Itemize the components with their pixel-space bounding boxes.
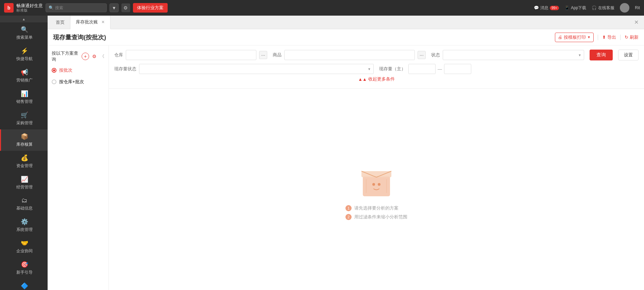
empty-tips: 1 请先选择要分析的方案 2 用过滤条件来缩小分析范围 bbox=[345, 205, 407, 220]
headset-icon: 🎧 bbox=[592, 5, 597, 10]
right-content: 仓库 ··· 商品 ··· bbox=[109, 46, 644, 290]
search-bar[interactable]: 🔍 搜索 bbox=[46, 3, 107, 12]
filter-row-2: 现存量状态 现存量（主） bbox=[114, 64, 639, 74]
chevron-up-icon: ▲▲ bbox=[358, 77, 367, 82]
empty-tip-2: 2 用过滤条件来缩小分析范围 bbox=[345, 214, 407, 220]
quantity-min-input[interactable] bbox=[408, 64, 436, 74]
quantity-max-input[interactable] bbox=[444, 64, 471, 74]
divider2 bbox=[620, 35, 621, 40]
warehouse-input[interactable] bbox=[126, 50, 256, 60]
search-menu-icon: 🔍 bbox=[21, 26, 28, 33]
content-area: 首页 库存批次账 ✕ ✕ 现存量查询(按批次) 🖨 按模板打印 ▼ ⬆ 导出 bbox=[48, 16, 644, 290]
sidebar-item-operations[interactable]: 📈 经营管理 bbox=[0, 172, 48, 194]
sidebar-item-inventory[interactable]: 📦 库存核算 bbox=[0, 129, 48, 151]
template-print-button[interactable]: 🖨 按模板打印 ▼ bbox=[555, 33, 594, 42]
status-field: 状态 bbox=[431, 50, 584, 60]
message-icon: 💬 bbox=[534, 5, 539, 10]
sidebar-item-collab[interactable]: 🤝 企业协同 bbox=[0, 236, 48, 257]
topbar: b 畅康通好生意 标准版 🔍 搜索 ▼ ⚙ 体验行业方案 💬 消息 99+ 📱 … bbox=[0, 0, 644, 16]
refresh-button[interactable]: ↻ 刷新 bbox=[625, 34, 639, 40]
sidebar-item-marketing[interactable]: 📢 营销推广 bbox=[0, 65, 48, 87]
tab-close-button[interactable]: ✕ bbox=[101, 20, 105, 24]
export-button[interactable]: ⬆ 导出 bbox=[602, 34, 616, 40]
collab-icon: 🤝 bbox=[21, 239, 28, 247]
empty-tip-1: 1 请先选择要分析的方案 bbox=[345, 205, 407, 211]
warehouse-more-button[interactable]: ··· bbox=[259, 51, 267, 59]
inventory-quantity-field: 现存量（主） — bbox=[379, 64, 639, 74]
quantity-range: — bbox=[408, 64, 639, 74]
warehouse-label: 仓库 bbox=[114, 52, 123, 58]
inventory-icon: 📦 bbox=[21, 133, 28, 140]
filter-collapse-button[interactable]: 《 bbox=[100, 53, 104, 59]
avatar[interactable] bbox=[620, 3, 629, 13]
finance-icon: 💰 bbox=[21, 154, 28, 162]
marketing-icon: 📢 bbox=[21, 69, 28, 76]
sidebar-item-sales[interactable]: 📊 销售管理 bbox=[0, 87, 48, 108]
app-download-button[interactable]: 📱 App下载 bbox=[564, 5, 586, 11]
status-label: 状态 bbox=[431, 52, 440, 58]
filter-row-1: 仓库 ··· 商品 ··· bbox=[114, 50, 639, 60]
tab-bar: 首页 库存批次账 ✕ ✕ bbox=[48, 16, 644, 29]
filter-panel-actions: + ⚙ bbox=[82, 53, 98, 60]
warehouse-field: 仓库 ··· bbox=[114, 50, 267, 60]
tab-batch[interactable]: 库存批次账 ✕ bbox=[70, 16, 111, 29]
quicknav-icon: ⚡ bbox=[21, 47, 28, 55]
page-close-button[interactable]: ✕ bbox=[631, 19, 641, 25]
sales-icon: 📊 bbox=[21, 90, 28, 97]
inventory-quantity-label: 现存量（主） bbox=[379, 66, 406, 72]
sidebar-item-purchase[interactable]: 🛒 采购管理 bbox=[0, 108, 48, 129]
apps-icon: 🔷 bbox=[21, 282, 28, 290]
topbar-right: 💬 消息 99+ 📱 App下载 🎧 在线客服 Rit bbox=[534, 3, 640, 13]
filter-item-warehouse-batch[interactable]: 按仓库+批次 bbox=[48, 76, 108, 88]
online-service-button[interactable]: 🎧 在线客服 bbox=[592, 5, 614, 11]
scheme-settings-button[interactable]: ⚙ bbox=[90, 53, 98, 60]
basic-icon: 🗂 bbox=[21, 197, 28, 204]
phone-icon: 📱 bbox=[564, 5, 570, 10]
chevron-down-icon: ▼ bbox=[112, 5, 116, 11]
sidebar: ▲ 🔍 搜索菜单 ⚡ 快捷导航 📢 营销推广 📊 销售管理 🛒 采购管理 📦 库… bbox=[0, 16, 48, 290]
add-scheme-button[interactable]: + bbox=[82, 53, 89, 60]
settings-button[interactable]: 设置 bbox=[618, 50, 639, 60]
product-input[interactable] bbox=[284, 50, 415, 60]
empty-state: 1 请先选择要分析的方案 2 用过滤条件来缩小分析范围 bbox=[109, 89, 644, 290]
username: Rit bbox=[635, 5, 640, 10]
topbar-settings-button[interactable]: ⚙ bbox=[121, 3, 130, 12]
trial-button[interactable]: 体验行业方案 bbox=[133, 3, 168, 13]
page-actions: 🖨 按模板打印 ▼ ⬆ 导出 ↻ 刷新 bbox=[555, 33, 639, 42]
sidebar-item-finance[interactable]: 💰 资金管理 bbox=[0, 151, 48, 172]
refresh-icon: ↻ bbox=[625, 35, 628, 40]
sidebar-item-system[interactable]: ⚙️ 系统管理 bbox=[0, 215, 48, 236]
brand: 畅康通好生意 标准版 bbox=[16, 3, 43, 13]
filter-panel: 按以下方案查询 + ⚙ 《 按批次 按仓库+批次 bbox=[48, 46, 109, 290]
collapse-conditions-button[interactable]: ▲▲ 收起更多条件 bbox=[114, 74, 639, 84]
page-header: 现存量查询(按批次) 🖨 按模板打印 ▼ ⬆ 导出 ↻ 刷新 bbox=[48, 29, 644, 46]
filter-item-batch[interactable]: 按批次 bbox=[48, 65, 108, 76]
filter-form: 仓库 ··· 商品 ··· bbox=[109, 46, 644, 89]
sidebar-item-quicknav[interactable]: ⚡ 快捷导航 bbox=[0, 44, 48, 65]
sidebar-item-newguide[interactable]: 🎯 新手引导 bbox=[0, 257, 48, 279]
sidebar-item-search[interactable]: 🔍 搜索菜单 bbox=[0, 22, 48, 44]
operations-icon: 📈 bbox=[21, 176, 28, 183]
status-select-wrap bbox=[443, 50, 584, 60]
sidebar-item-apps[interactable]: 🔷 应用中心 bbox=[0, 279, 48, 290]
tab-home[interactable]: 首页 bbox=[50, 16, 70, 29]
inventory-status-select[interactable] bbox=[139, 64, 374, 74]
chevron-down-icon: ▼ bbox=[587, 35, 591, 39]
search-dropdown[interactable]: ▼ bbox=[109, 3, 119, 12]
inventory-status-field: 现存量状态 bbox=[114, 64, 374, 74]
status-select[interactable] bbox=[443, 50, 584, 60]
product-more-button[interactable]: ··· bbox=[418, 51, 426, 59]
filter-panel-header: 按以下方案查询 + ⚙ 《 bbox=[48, 48, 108, 65]
print-icon: 🖨 bbox=[558, 35, 562, 40]
sidebar-scroll-up[interactable]: ▲ bbox=[0, 16, 48, 22]
search-icon: 🔍 bbox=[49, 5, 54, 10]
svg-point-3 bbox=[378, 183, 380, 186]
messages-button[interactable]: 💬 消息 99+ bbox=[534, 5, 559, 11]
system-icon: ⚙️ bbox=[21, 218, 28, 225]
sidebar-item-basic[interactable]: 🗂 基础信息 bbox=[0, 194, 48, 215]
inventory-status-select-wrap bbox=[139, 64, 374, 74]
svg-rect-1 bbox=[361, 171, 391, 177]
product-label: 商品 bbox=[273, 52, 282, 58]
query-button[interactable]: 查询 bbox=[590, 50, 613, 60]
inventory-status-label: 现存量状态 bbox=[114, 66, 136, 72]
